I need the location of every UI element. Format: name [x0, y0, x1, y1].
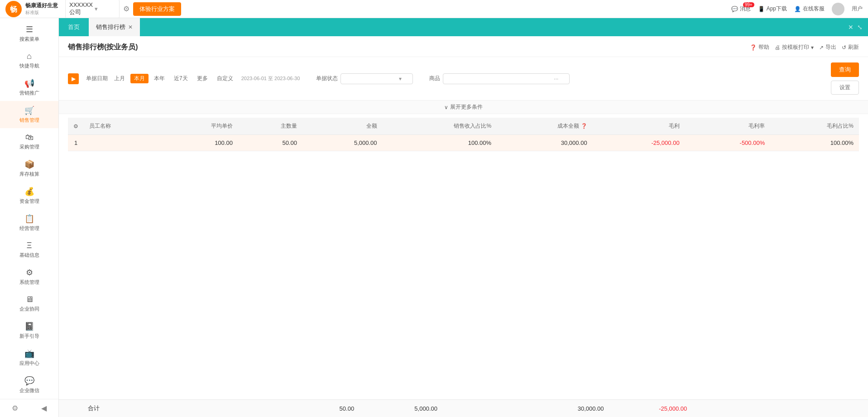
window-expand-icon[interactable]: ⤡: [857, 24, 863, 31]
basic-info-icon: Ξ: [27, 241, 32, 250]
avatar[interactable]: [832, 3, 844, 15]
service-icon: 👤: [794, 6, 801, 12]
table-footer: 合计 50.00 5,000.00 30,000.00 -25,000.00: [59, 399, 868, 417]
date-tab-7days[interactable]: 近7天: [170, 74, 192, 83]
user-name: 用户: [852, 5, 863, 13]
cell-profit: -25,000.00: [593, 135, 685, 151]
footer-cost-amount: 30,000.00: [521, 405, 604, 412]
date-tab-current-year[interactable]: 本年: [150, 74, 168, 83]
sidebar-item-app-center[interactable]: 📺 应用中心: [0, 344, 58, 371]
settings-icon: ⚙: [73, 123, 78, 129]
app-logo: 畅: [5, 1, 22, 17]
print-icon: 🖨: [775, 44, 780, 51]
date-tab-custom[interactable]: 自定义: [213, 74, 237, 83]
purchase-mgmt-icon: 🛍: [25, 133, 34, 142]
col-settings[interactable]: ⚙: [68, 118, 84, 135]
app-center-icon: 📺: [24, 349, 34, 359]
cell-cost-amount: 30,000.00: [497, 135, 593, 151]
sidebar-item-purchase-mgmt[interactable]: 🛍 采购管理: [0, 128, 58, 155]
quick-nav-icon: ⌂: [27, 52, 32, 61]
enterprise-icon: 🖥: [25, 295, 34, 304]
sidebar-item-guide[interactable]: 📓 新手引导: [0, 317, 58, 344]
operations-icon: 📋: [24, 214, 34, 224]
goods-filter: 商品 ···: [429, 73, 570, 84]
sidebar-item-finance[interactable]: 💰 资金管理: [0, 182, 58, 209]
sidebar-item-search-order[interactable]: ☰ 搜索菜单: [0, 20, 58, 47]
refresh-icon: ↺: [842, 44, 846, 51]
sales-mgmt-icon: 🛒: [24, 105, 34, 115]
trial-btn[interactable]: 体验行业方案: [133, 2, 181, 16]
message-btn[interactable]: 💬 消息 99+: [731, 5, 751, 13]
tab-home[interactable]: 首页: [59, 18, 89, 36]
refresh-btn[interactable]: ↺ 刷新: [842, 43, 859, 51]
company-name: XXXXXX公司: [69, 1, 93, 16]
date-range-text: 2023-06-01 至 2023-06-30: [241, 75, 300, 82]
sidebar-collapse-icon[interactable]: ◀: [41, 404, 47, 412]
sidebar-settings-icon[interactable]: ⚙: [12, 404, 18, 412]
export-icon: ↗: [819, 44, 824, 51]
expand-btn[interactable]: ∨ 展开更多条件: [444, 103, 483, 111]
print-chevron-icon: ▾: [811, 44, 814, 51]
date-tab-current-month[interactable]: 本月: [130, 74, 149, 83]
svg-text:畅: 畅: [10, 5, 17, 13]
sidebar-item-inventory[interactable]: 📦 库存核算: [0, 155, 58, 182]
settings-btn[interactable]: 设置: [831, 81, 859, 95]
filter-toggle-btn[interactable]: ▶: [68, 73, 79, 84]
col-amount: 全额: [302, 118, 383, 135]
download-icon: 📱: [758, 6, 765, 12]
cell-quantity: 50.00: [238, 135, 302, 151]
app-download-btn[interactable]: 📱 App下载: [758, 5, 787, 13]
query-btn[interactable]: 查询: [831, 62, 859, 77]
date-tab-more[interactable]: 更多: [193, 74, 211, 83]
sidebar-item-marketing[interactable]: 📢 营销推广: [0, 74, 58, 101]
marketing-icon: 📢: [24, 78, 34, 88]
help-btn[interactable]: ❓ 帮助: [750, 43, 769, 51]
footer-profit: -25,000.00: [604, 405, 687, 412]
status-select[interactable]: ▾: [340, 73, 413, 84]
sidebar-item-quick-nav[interactable]: ⌂ 快捷导航: [0, 47, 58, 74]
sidebar-item-basic-info[interactable]: Ξ 基础信息: [0, 236, 58, 263]
gear-icon-top[interactable]: ⚙: [123, 5, 129, 13]
date-tab-prev-month[interactable]: 上月: [110, 74, 129, 83]
goods-more-icon[interactable]: ···: [554, 76, 558, 82]
col-name: 员工名称: [84, 118, 161, 135]
message-icon: 💬: [731, 6, 738, 12]
cell-rank: 1: [68, 135, 84, 151]
footer-amount: 5,000.00: [354, 405, 437, 412]
footer-label: 合计: [88, 404, 188, 412]
sidebar-item-wechat[interactable]: 💬 企业微信: [0, 371, 58, 398]
sidebar-item-enterprise[interactable]: 🖥 企业协同: [0, 290, 58, 317]
cell-amount: 5,000.00: [302, 135, 383, 151]
sales-rank-table: ⚙ 员工名称 平均单价 主数量 全额 销售收入占比% 成本全额 ❓: [68, 118, 859, 151]
cell-avg-price: 100.00: [161, 135, 238, 151]
sidebar-item-sales-mgmt[interactable]: 🛒 销售管理: [0, 101, 58, 128]
sys-mgmt-icon: ⚙: [26, 268, 33, 278]
expand-down-icon: ∨: [444, 104, 448, 110]
cell-profit-rate: -500.00%: [685, 135, 771, 151]
online-service-btn[interactable]: 👤 在线客服: [794, 5, 825, 13]
tab-sales-rank[interactable]: 销售排行榜 ✕: [89, 18, 140, 36]
goods-select[interactable]: ···: [443, 73, 570, 84]
sidebar-item-operations[interactable]: 📋 经营管理: [0, 209, 58, 236]
status-filter: 单据状态 ▾: [316, 73, 413, 84]
footer-quantity: 50.00: [271, 405, 354, 412]
guide-icon: 📓: [24, 321, 34, 331]
search-order-icon: ☰: [26, 24, 33, 34]
col-sales-ratio: 销售收入占比%: [383, 118, 497, 135]
col-profit: 毛利: [593, 118, 685, 135]
template-print-btn[interactable]: 🖨 按模板打印 ▾: [775, 43, 814, 51]
page-title: 销售排行榜(按业务员): [68, 43, 138, 52]
chevron-down-icon: ▾: [95, 5, 115, 12]
col-quantity: 主数量: [238, 118, 302, 135]
message-badge: 99+: [743, 2, 754, 7]
sidebar-item-sys-mgmt[interactable]: ⚙ 系统管理: [0, 263, 58, 290]
tab-close-icon[interactable]: ✕: [128, 24, 133, 30]
filter-toggle-icon: ▶: [72, 76, 76, 82]
export-btn[interactable]: ↗ 导出: [819, 43, 836, 51]
cell-profit-ratio: 100.00%: [770, 135, 859, 151]
date-filter: 单据日期 上月 本月 本年 近7天 更多 自定义 2023-06-01 至 20…: [86, 74, 300, 83]
cost-help-icon[interactable]: ❓: [581, 123, 587, 129]
inventory-icon: 📦: [24, 159, 34, 169]
company-selector[interactable]: XXXXXX公司 ▾: [65, 0, 120, 19]
window-close-icon[interactable]: ✕: [848, 24, 854, 31]
